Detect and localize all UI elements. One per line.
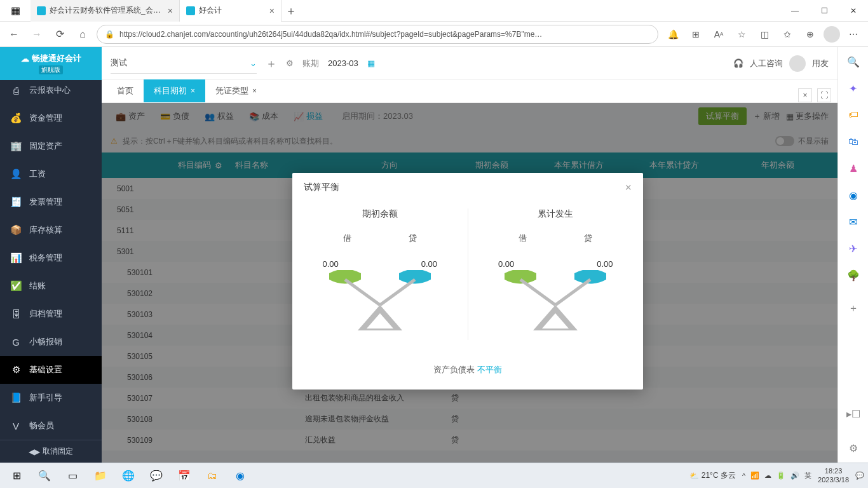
task-view-button[interactable]: ▭ [60,463,85,489]
rail-settings-icon[interactable]: ⚙ [846,441,860,455]
send-icon[interactable]: ✈ [846,241,860,255]
add-org-button[interactable]: ＋ [266,56,277,71]
sidebar-icon[interactable]: ◫ [755,25,774,44]
refresh-button[interactable]: ⟳ [51,25,69,43]
calendar-app[interactable]: 📅 [172,463,197,489]
tab-label: 好会计 [199,5,266,16]
window-controls: — ☐ ✕ [780,0,868,22]
sidebar-item-settings[interactable]: ⚙基础设置 [0,356,102,384]
sidebar-item-expense[interactable]: G小畅报销 [0,328,102,356]
search-button[interactable]: 🔍 [32,463,57,489]
start-button[interactable]: ⊞ [4,463,29,489]
tab-actions-icon[interactable]: ▦ [0,4,31,17]
credit-value: 0.00 [421,259,437,269]
sidebar-item-archive[interactable]: 🗄归档管理 [0,300,102,328]
sidebar-item-salary[interactable]: 👤工资 [0,160,102,188]
shopping-icon[interactable]: 🛍 [846,135,860,149]
inventory-icon: 📦 [10,224,22,236]
fullscreen-icon[interactable]: ⛶ [817,88,831,102]
sidebar-item-label: 云报表中心 [29,85,71,96]
period-value: 2023-03 [328,58,358,68]
edge-icon[interactable]: ◉ [846,188,860,202]
profile-avatar[interactable] [824,26,840,43]
wechat-app[interactable]: 💬 [144,463,169,489]
outlook-icon[interactable]: ✉ [846,215,860,229]
sidebar-item-invoice[interactable]: 🧾发票管理 [0,188,102,216]
close-icon[interactable]: × [168,6,173,16]
cloud-sync-icon[interactable]: ☁ [764,471,771,480]
sidebar-item-tax[interactable]: 📊税务管理 [0,244,102,272]
favorite-icon[interactable]: ☆ [732,25,751,44]
svg-line-4 [520,280,555,305]
collections-icon[interactable]: ⊕ [801,25,820,44]
maximize-button[interactable]: ☐ [810,0,839,22]
sidebar-toggle[interactable]: ◀▶取消固定 [0,440,102,463]
fund-icon: 💰 [10,112,22,124]
cumulative-title: 累计发生 [538,208,573,220]
new-tab-button[interactable]: ＋ [281,0,301,22]
sidebar-item-inventory[interactable]: 📦库存核算 [0,216,102,244]
notifications-icon[interactable]: 💬 [855,471,864,480]
date-text: 2023/3/18 [818,476,849,484]
extension-icon[interactable]: ⊞ [686,25,705,44]
sidebar-item-report[interactable]: ⎙云报表中心 [0,76,102,104]
text-size-icon[interactable]: AA [709,25,728,44]
browser-tab[interactable]: 好会计 × [180,0,281,22]
menu-icon[interactable]: ⋯ [844,25,863,44]
weather-icon: ⛅ [689,471,699,480]
wifi-icon[interactable]: 📶 [750,471,759,480]
search-icon[interactable]: 🔍 [846,55,860,69]
sidebar-item-fund[interactable]: 💰资金管理 [0,104,102,132]
minimize-button[interactable]: — [780,0,810,22]
tab-subject[interactable]: 科目期初× [144,79,205,102]
sidebar-item-vip[interactable]: V畅会员 [0,412,102,440]
favorites-bar-icon[interactable]: ✩ [778,25,797,44]
panel-toggle-icon[interactable]: ▸☐ [846,407,860,421]
add-tool-icon[interactable]: ＋ [846,301,860,315]
back-button[interactable]: ← [5,25,23,43]
clock[interactable]: 18:23 2023/3/18 [818,467,849,484]
forward-button[interactable]: → [28,25,46,43]
footer-text: 资产负债表 [433,365,477,374]
battery-icon[interactable]: 🔋 [776,471,785,480]
unbalanced-link[interactable]: 不平衡 [477,365,502,374]
browser-tab[interactable]: 好会计云财务软件管理系统_会计… × [31,0,180,22]
close-button[interactable]: ✕ [839,0,868,22]
ime-indicator[interactable]: 英 [804,471,811,480]
tree-icon[interactable]: 🌳 [846,268,860,282]
modal-close-button[interactable]: × [625,181,632,194]
url-input[interactable]: 🔒 https://cloud2.chanjet.com/accounting/… [97,25,658,44]
volume-icon[interactable]: 🔊 [790,471,799,480]
settings-icon[interactable]: ⚙ [286,58,294,68]
sidebar-item-guide[interactable]: 📘新手引导 [0,384,102,412]
close-icon[interactable]: × [252,86,257,95]
sidebar-item-asset[interactable]: 🏢固定资产 [0,132,102,160]
games-icon[interactable]: ♟ [846,161,860,175]
home-button[interactable]: ⌂ [74,25,92,43]
notification-icon[interactable]: 🔔 [663,25,682,44]
close-icon[interactable]: × [269,6,275,16]
sidebar-item-label: 资金管理 [29,112,62,124]
explorer-app[interactable]: 📁 [88,463,113,489]
close-all-tabs[interactable]: × [798,88,812,102]
modal-title: 试算平衡 [304,182,339,193]
files-app[interactable]: 🗂 [200,463,225,489]
tab-voucher-type[interactable]: 凭证类型× [205,79,267,102]
org-select[interactable]: 测试 ⌄ [111,53,257,74]
sidebar-item-label: 小畅报销 [29,336,62,348]
weather-widget[interactable]: ⛅21°C 多云 [689,470,736,481]
close-icon[interactable]: × [191,86,195,95]
sidebar-item-close[interactable]: ✅结账 [0,272,102,300]
consult-link[interactable]: 人工咨询 [750,58,783,69]
chrome-app[interactable]: 🌐 [116,463,141,489]
debit-label: 借 [519,233,527,244]
user-avatar[interactable] [789,55,806,72]
edge-app[interactable]: ◉ [227,463,253,489]
tab-home[interactable]: 首页 [107,79,144,102]
tag-icon[interactable]: 🏷 [846,108,860,122]
star-icon[interactable]: ✦ [846,81,860,95]
tray-chevron-icon[interactable]: ^ [742,472,745,480]
calendar-icon[interactable]: ▦ [367,58,375,68]
logo-text: 畅捷通好会计 [32,53,81,64]
guide-icon: 📘 [10,392,22,403]
